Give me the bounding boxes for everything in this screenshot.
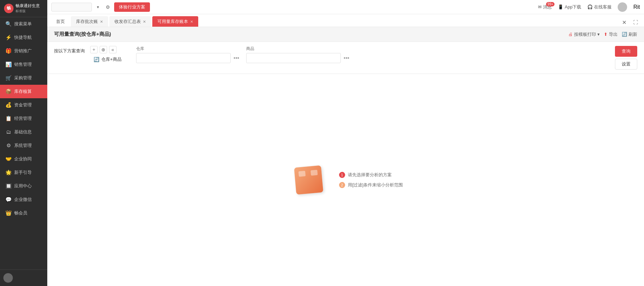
print-dropdown-icon[interactable]: ▾ (597, 32, 600, 37)
sidebar-item-label-search: 搜索菜单 (14, 21, 32, 27)
warehouse-label: 仓库 (136, 46, 241, 52)
sidebar-item-icon-basic: 🗂 (5, 129, 11, 135)
sidebar-item-inventory[interactable]: 📦 库存核算 (0, 85, 47, 98)
sidebar-item-icon-apps: 🔲 (5, 183, 11, 189)
sidebar-item-label-vip: 畅会员 (14, 210, 27, 216)
sidebar-item-quicknav[interactable]: ⚡ 快捷导航 (0, 31, 47, 44)
sidebar-item-basic[interactable]: 🗂 基础信息 (0, 125, 47, 139)
tab-available-qty[interactable]: 可用量库存账本 ✕ (152, 16, 198, 27)
sidebar-item-label-finance: 资金管理 (14, 102, 32, 108)
goods-field: 商品 ••• (246, 46, 351, 63)
app-download-btn[interactable]: 📱 App下载 (558, 4, 581, 10)
tip-item-1: 1 请先选择要分析的方案 (339, 172, 403, 178)
goods-input[interactable] (246, 53, 341, 63)
scheme-add-btn[interactable]: ＋ (90, 46, 98, 53)
filter-fields: 仓库 ••• 商品 ••• (136, 46, 610, 63)
filter-scheme-list: ＋ ⊕ « 🔄 仓库+商品 (90, 46, 131, 64)
online-service-btn[interactable]: 🎧 在线客服 (587, 4, 612, 10)
scheme-item-warehouse-goods[interactable]: 🔄 仓库+商品 (90, 55, 131, 64)
sidebar-item-label-newbie: 新手引导 (14, 170, 32, 176)
warehouse-more-btn[interactable]: ••• (232, 54, 241, 62)
topbar: ▾ ⚙ 体验行业方案 ✉ 消息 99+ 📱 App下载 🎧 在线客服 Rit (47, 0, 644, 14)
page-title: 可用量查询(按仓库+商品) (54, 31, 111, 37)
print-icon: 🖨 (568, 32, 573, 37)
sidebar-item-operations[interactable]: 📋 经营管理 (0, 112, 47, 125)
sidebar-logo: 畅 (4, 4, 14, 13)
sidebar-item-label-purchase: 采购管理 (14, 75, 32, 81)
sidebar-item-label-sales: 销售管理 (14, 61, 32, 68)
sidebar-item-icon-vip: 👑 (5, 210, 11, 216)
sidebar-item-label-wechat: 企业微信 (14, 197, 32, 203)
sidebar-item-marketing[interactable]: 🎁 营销推广 (0, 44, 47, 58)
print-btn[interactable]: 🖨 按模板打印 ▾ (568, 31, 600, 37)
sidebar-item-icon-sales: 📊 (5, 61, 11, 68)
industry-btn[interactable]: 体验行业方案 (114, 2, 150, 12)
warehouse-input[interactable] (136, 53, 231, 63)
phone-icon: 📱 (558, 4, 563, 9)
query-btn[interactable]: 查询 (615, 46, 637, 57)
tab-batch-account[interactable]: 库存批次账 ✕ (71, 16, 108, 27)
robot-illustration (288, 160, 329, 200)
tab-close-icon[interactable]: ✕ (100, 20, 103, 24)
headset-icon: 🎧 (587, 4, 593, 9)
topbar-right: ✉ 消息 99+ 📱 App下载 🎧 在线客服 Rit (538, 2, 640, 12)
sidebar-item-icon-enterprise: 🤝 (5, 156, 11, 162)
sidebar-item-search[interactable]: 🔍 搜索菜单 (0, 17, 47, 31)
sidebar-item-icon-finance: 💰 (5, 102, 11, 108)
export-btn[interactable]: ⬆ 导出 (604, 31, 618, 37)
refresh-btn[interactable]: 🔄 刷新 (622, 31, 637, 37)
sidebar-footer (0, 269, 47, 286)
refresh-icon: 🔄 (622, 32, 627, 37)
gear-icon[interactable]: ⚙ (104, 3, 111, 11)
sidebar-item-icon-wechat: 💬 (5, 197, 11, 203)
sidebar-nav: 🔍 搜索菜单 ⚡ 快捷导航 🎁 营销推广 📊 销售管理 🛒 采购管理 📦 库存核… (0, 17, 47, 269)
goods-more-btn[interactable]: ••• (342, 54, 351, 62)
page-header-actions: 🖨 按模板打印 ▾ ⬆ 导出 🔄 刷新 (568, 31, 637, 37)
scheme-settings-btn[interactable]: ⊕ (100, 46, 107, 53)
tip-number-2: 2 (339, 182, 345, 188)
sidebar-item-label-basic: 基础信息 (14, 129, 32, 135)
tip-item-2: 2 用[过滤]条件来缩小分析范围 (339, 182, 403, 188)
sidebar-item-icon-purchase: 🛒 (5, 75, 11, 81)
tab-label: 收发存汇总表 (114, 19, 141, 25)
filter-label: 按以下方案查询 (54, 46, 85, 54)
sidebar-item-apps[interactable]: 🔲 应用中心 (0, 179, 47, 193)
tab-close-icon[interactable]: ✕ (143, 20, 146, 24)
sidebar-app-subtitle: 标准版 (16, 9, 40, 14)
message-icon: ✉ (538, 4, 542, 9)
sidebar-item-label-quicknav: 快捷导航 (14, 34, 32, 41)
sidebar-item-purchase[interactable]: 🛒 采购管理 (0, 71, 47, 85)
tab-home[interactable]: 首页 (51, 17, 70, 27)
empty-state: 1 请先选择要分析的方案 2 用[过滤]条件来缩小分析范围 (47, 74, 644, 286)
tip-number-1: 1 (339, 172, 345, 178)
sidebar-item-label-system: 系统管理 (14, 142, 32, 149)
scheme-collapse-btn[interactable]: « (109, 46, 117, 53)
sidebar-item-wechat[interactable]: 💬 企业微信 (0, 193, 47, 206)
sidebar-item-icon-system: ⚙ (5, 142, 11, 149)
sidebar-item-sales[interactable]: 📊 销售管理 (0, 58, 47, 71)
sidebar-item-icon-operations: 📋 (5, 115, 11, 122)
tabbar-close-btn[interactable]: ✕ (620, 18, 628, 27)
tip-text-1: 请先选择要分析的方案 (348, 172, 392, 178)
avatar[interactable] (3, 273, 13, 283)
tab-close-icon[interactable]: ✕ (190, 20, 193, 24)
filter-actions: 查询 设置 (615, 46, 637, 70)
tabbar-expand-btn[interactable]: ⛶ (631, 18, 640, 27)
dropdown-icon[interactable]: ▾ (95, 4, 101, 10)
sidebar-item-icon-newbie: 🌟 (5, 170, 11, 176)
tab-collect-summary[interactable]: 收发存汇总表 ✕ (109, 16, 151, 27)
sidebar-item-label-enterprise: 企业协同 (14, 156, 32, 162)
sidebar-item-vip[interactable]: 👑 畅会员 (0, 206, 47, 220)
message-btn[interactable]: ✉ 消息 99+ (538, 4, 552, 10)
export-icon: ⬆ (604, 32, 608, 37)
sidebar-item-newbie[interactable]: 🌟 新手引导 (0, 166, 47, 179)
sidebar-item-finance[interactable]: 💰 资金管理 (0, 98, 47, 112)
tabbar: 首页 库存批次账 ✕ 收发存汇总表 ✕ 可用量库存账本 ✕ ✕ ⛶ (47, 14, 644, 27)
sidebar-item-enterprise[interactable]: 🤝 企业协同 (0, 152, 47, 166)
filter-settings-btn-right[interactable]: 设置 (615, 59, 637, 70)
page-header: 可用量查询(按仓库+商品) 🖨 按模板打印 ▾ ⬆ 导出 🔄 刷新 (47, 27, 644, 42)
main-area: ▾ ⚙ 体验行业方案 ✉ 消息 99+ 📱 App下载 🎧 在线客服 Rit 首… (47, 0, 644, 286)
sidebar-item-system[interactable]: ⚙ 系统管理 (0, 139, 47, 152)
user-avatar[interactable] (618, 2, 627, 12)
search-input[interactable] (51, 3, 92, 11)
